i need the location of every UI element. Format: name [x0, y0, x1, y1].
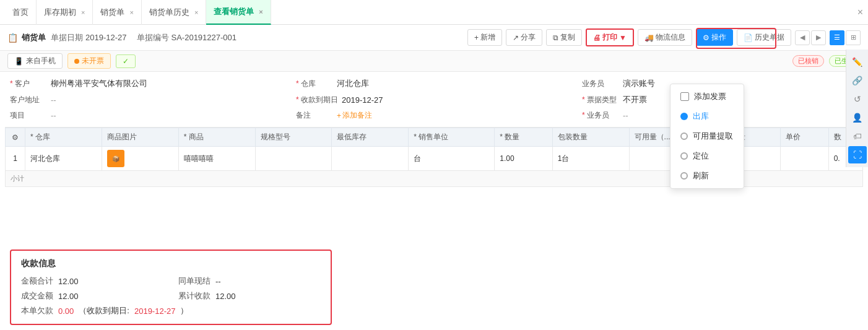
address-value: --	[51, 95, 56, 105]
doc-date-label: 单据日期	[51, 32, 83, 43]
sidebar-edit-icon[interactable]: ✏️	[848, 53, 867, 71]
row-image: 📦	[102, 147, 178, 171]
grid-view-button[interactable]: ⊞	[846, 30, 861, 45]
same-order-key: 同单现结	[178, 276, 210, 287]
add-invoice-label: 添加发票	[694, 91, 726, 102]
dropdown-menu: 添加发票 出库 可用量提取 定位 刷新	[670, 84, 744, 189]
toolbar: 📋 销货单 单据日期 2019-12-27 单据编号 SA-20191227-0…	[0, 25, 868, 51]
payment-total-val: 12.00	[58, 277, 79, 286]
tab-history-label: 销货单历史	[149, 7, 189, 18]
tab-inventory-close[interactable]: ×	[81, 9, 85, 16]
tab-home[interactable]: 首页	[5, 0, 37, 25]
from-mobile-button[interactable]: 📱 来自手机	[7, 53, 63, 69]
copy-button[interactable]: ⧉ 复制	[546, 29, 582, 46]
payment-date-label: 收款到期日	[296, 95, 338, 105]
copy-icon: ⧉	[553, 33, 558, 42]
payment-date-row: 收款到期日 2019-12-27	[296, 94, 572, 105]
history-icon: 📄	[744, 33, 753, 42]
tab-sales-close[interactable]: ×	[129, 9, 133, 16]
locate-label: 定位	[693, 150, 709, 162]
not-open-label: 未开票	[82, 56, 104, 66]
owe-end: ）	[180, 305, 188, 316]
sidebar-rotate-icon[interactable]: ↺	[848, 90, 867, 108]
sidebar-user-icon[interactable]: 👤	[848, 109, 867, 126]
payment-grid: 金额合计 12.00 同单现结 -- 成交金额 12.00 累计收款 12.00…	[21, 276, 321, 316]
available-qty-item[interactable]: 可用量提取	[671, 126, 744, 146]
not-open-button[interactable]: 未开票	[67, 53, 111, 69]
check-icon: ✓	[123, 57, 129, 66]
locate-item[interactable]: 定位	[671, 146, 744, 166]
row-no: 1	[6, 147, 25, 171]
row-price	[780, 147, 828, 171]
row-warehouse: 河北仓库	[25, 147, 102, 171]
row-qty: 1.00	[495, 147, 552, 171]
refresh-icon	[680, 172, 688, 180]
warehouse-row: 仓库 河北仓库	[296, 78, 572, 89]
sidebar-expand-icon[interactable]: ⛶	[848, 146, 867, 163]
ticket-label: 票据类型	[582, 95, 619, 105]
col-qty: * 数量	[495, 128, 552, 147]
same-order-row: 同单现结 --	[178, 276, 321, 287]
main-container: 📋 销货单 单据日期 2019-12-27 单据编号 SA-20191227-0…	[0, 25, 868, 330]
owe-date: 2019-12-27	[134, 306, 176, 316]
operation-label: 操作	[711, 32, 726, 43]
col-gear[interactable]: ⚙	[6, 128, 25, 147]
project-label: 项目	[10, 110, 47, 121]
history-label: 历史单据	[755, 32, 784, 43]
next-button[interactable]: ▶	[811, 30, 826, 45]
tab-sales[interactable]: 销货单 ×	[93, 0, 141, 25]
customer-row: 客户 柳州粤港平安气体有限公司	[10, 78, 286, 89]
toolbar-actions: + 新增 ↗ 分享 ⧉ 复制 🖨 打印 ▼ 🚚 物流信息	[467, 28, 861, 46]
tab-view-sales[interactable]: 查看销货单 ×	[206, 0, 271, 25]
history-button[interactable]: 📄 历史单据	[737, 29, 791, 46]
tab-view-sales-close[interactable]: ×	[259, 8, 263, 15]
check-icon-button[interactable]: ✓	[116, 54, 136, 68]
add-button[interactable]: + 新增	[467, 29, 502, 46]
tab-inventory-label: 库存期初	[44, 7, 76, 18]
share-button[interactable]: ↗ 分享	[506, 29, 542, 46]
out-warehouse-item[interactable]: 出库	[671, 106, 744, 126]
note-row: 备注 + 添加备注	[296, 110, 572, 121]
locate-icon	[680, 152, 688, 160]
col-min-stock: 最低库存	[332, 128, 409, 147]
col-product: * 商品	[178, 128, 255, 147]
list-view-button[interactable]: ☰	[830, 30, 844, 45]
invoice-icon	[680, 92, 689, 101]
operation-button[interactable]: ⚙ 操作	[696, 29, 733, 46]
owe-key: 本单欠款	[21, 305, 53, 316]
add-invoice-item[interactable]: 添加发票	[671, 87, 744, 106]
logistics-label: 物流信息	[656, 32, 685, 43]
sidebar-tag-icon[interactable]: 🏷	[848, 128, 867, 145]
row-spec	[255, 147, 332, 171]
mobile-icon: 📱	[14, 57, 24, 66]
tab-inventory[interactable]: 库存期初 ×	[37, 0, 93, 25]
warehouse-label: 仓库	[296, 79, 333, 89]
from-mobile-label: 来自手机	[26, 56, 56, 66]
customer-label: 客户	[10, 79, 47, 89]
dot-orange-icon	[74, 59, 79, 64]
owe-val: 0.00	[58, 306, 74, 316]
plus-icon: +	[337, 111, 341, 120]
refresh-item[interactable]: 刷新	[671, 166, 744, 186]
logistics-button[interactable]: 🚚 物流信息	[638, 29, 692, 46]
window-close-icon[interactable]: ×	[857, 7, 863, 18]
tab-history-close[interactable]: ×	[194, 9, 198, 16]
add-icon: +	[474, 33, 479, 42]
print-button[interactable]: 🖨 打印 ▼	[586, 28, 634, 46]
col-price: 单价	[780, 128, 828, 147]
owe-row: 本单欠款 0.00 （收款到期日: 2019-12-27 ）	[21, 305, 321, 316]
sidebar-link-icon[interactable]: 🔗	[848, 72, 867, 89]
doc-info: 单据日期 2019-12-27 单据编号 SA-20191227-001	[51, 32, 462, 43]
address-label: 客户地址	[10, 95, 47, 105]
print-label: 打印	[602, 32, 617, 43]
operation-icon: ⚙	[703, 33, 710, 42]
tab-history[interactable]: 销货单历史 ×	[142, 0, 206, 25]
doc-type-label: 销货单	[22, 32, 46, 43]
add-note-button[interactable]: + 添加备注	[337, 110, 372, 121]
doc-title: 📋 销货单	[7, 32, 46, 43]
doc-no-item: 单据编号 SA-20191227-001	[137, 32, 237, 43]
add-label: 新增	[480, 32, 495, 43]
prev-button[interactable]: ◀	[795, 30, 810, 45]
staff-label: 业务员	[582, 79, 619, 89]
owe-note: （收款到期日:	[79, 305, 129, 316]
